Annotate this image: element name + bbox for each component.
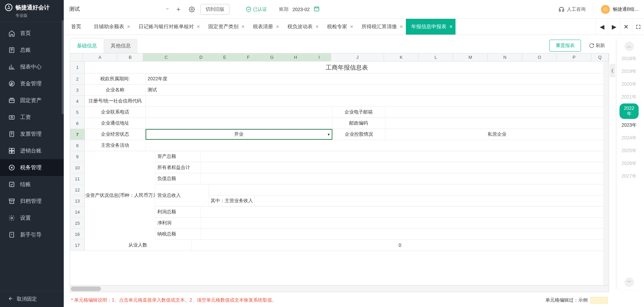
cell[interactable] bbox=[201, 229, 609, 239]
cell[interactable]: 企业名称 bbox=[85, 85, 146, 95]
close-icon[interactable]: ✕ bbox=[448, 24, 453, 30]
sidebar-item-setting[interactable]: 设置 bbox=[0, 210, 64, 226]
collapse-year-rail[interactable]: ❮ bbox=[610, 64, 615, 77]
cell[interactable] bbox=[209, 184, 609, 195]
column-header[interactable]: M bbox=[453, 53, 488, 61]
cell[interactable] bbox=[201, 207, 609, 217]
calendar-icon[interactable] bbox=[314, 6, 320, 13]
sidebar-item-tax[interactable]: 税务管理 bbox=[0, 159, 64, 176]
close-icon[interactable]: ✕ bbox=[349, 24, 354, 30]
column-header[interactable]: G bbox=[260, 53, 284, 61]
row-header[interactable]: 8 bbox=[70, 140, 85, 151]
year-item[interactable]: 2022年 bbox=[620, 103, 639, 119]
refresh-button[interactable]: 刷新 bbox=[585, 40, 609, 51]
tab[interactable]: 目辅助余额表✕ bbox=[89, 19, 133, 35]
sheet-title[interactable]: 工商年报信息表 bbox=[85, 61, 609, 73]
tab[interactable]: 固定资产类别✕ bbox=[203, 19, 248, 35]
user-menu[interactable]: 畅捷通B组... bbox=[601, 5, 639, 14]
sidebar-item-fund[interactable]: 资金管理 bbox=[0, 75, 64, 92]
column-header[interactable]: N bbox=[488, 53, 522, 61]
year-item[interactable]: 2019年 bbox=[617, 65, 641, 78]
tabs-prev-button[interactable]: ◀ bbox=[596, 19, 608, 35]
column-header[interactable]: O bbox=[522, 53, 557, 61]
cell[interactable] bbox=[201, 162, 609, 173]
cell[interactable]: 企业控股情况 bbox=[332, 129, 386, 140]
cell[interactable]: 私营企业 bbox=[385, 129, 609, 140]
sidebar-item-report[interactable]: 报表中心 bbox=[0, 58, 64, 75]
column-header[interactable]: Q bbox=[591, 53, 609, 61]
tab[interactable]: 年报信息申报表✕ bbox=[406, 19, 455, 35]
cell[interactable] bbox=[385, 118, 609, 129]
column-header[interactable]: D bbox=[190, 53, 213, 61]
sidebar-item-close[interactable]: 结账 bbox=[0, 176, 64, 193]
close-icon[interactable]: ✕ bbox=[399, 24, 404, 30]
year-item[interactable]: 2024年 bbox=[617, 132, 641, 144]
cell[interactable]: 企业通信地址 bbox=[85, 118, 146, 129]
cell[interactable] bbox=[201, 173, 609, 184]
cell[interactable]: 所有者权益合计 bbox=[155, 162, 201, 173]
cell[interactable]: 负债总额 bbox=[155, 173, 201, 184]
active-cell[interactable]: 开业▼ bbox=[146, 129, 332, 140]
reset-report-button[interactable]: 重置报表 bbox=[549, 40, 581, 52]
cell[interactable] bbox=[255, 195, 609, 206]
row-header[interactable]: 4 bbox=[70, 96, 85, 106]
cell[interactable] bbox=[146, 140, 609, 151]
cell[interactable]: 纳税总额 bbox=[155, 229, 201, 239]
column-header[interactable]: L bbox=[419, 53, 453, 61]
cell[interactable] bbox=[201, 218, 609, 228]
tab[interactable]: 税负波动表✕ bbox=[282, 19, 322, 35]
column-header[interactable]: I bbox=[308, 53, 331, 61]
tabs-next-button[interactable]: ▶ bbox=[608, 19, 620, 35]
sidebar-item-asset[interactable]: 固定资产 bbox=[0, 92, 64, 109]
support-button[interactable]: 人工咨询 bbox=[558, 6, 586, 13]
row-header[interactable]: 1 bbox=[70, 61, 85, 73]
tab[interactable]: 税表清册✕ bbox=[248, 19, 282, 35]
year-item[interactable]: 2027年 bbox=[617, 170, 641, 183]
cell[interactable]: 注册号/统一社会信用代码 bbox=[85, 96, 146, 106]
row-header[interactable]: 14 bbox=[70, 207, 85, 217]
cell[interactable]: 利润总额 bbox=[155, 207, 201, 217]
company-selector[interactable]: 测试 bbox=[69, 6, 170, 13]
column-header[interactable]: F bbox=[236, 53, 260, 61]
fullscreen-button[interactable] bbox=[632, 19, 644, 35]
unpin-button[interactable]: 取消固定 bbox=[0, 291, 64, 307]
column-header[interactable]: E bbox=[213, 53, 236, 61]
tab[interactable]: 税检专家✕ bbox=[322, 19, 356, 35]
column-header[interactable]: H bbox=[284, 53, 307, 61]
row-header[interactable]: 7 bbox=[70, 129, 85, 140]
tab[interactable]: 所得税汇算清缴✕ bbox=[356, 19, 406, 35]
sidebar-item-salary[interactable]: 工资 bbox=[0, 109, 64, 126]
row-header[interactable]: 10 bbox=[70, 162, 85, 173]
year-next-button[interactable]: ﹀ bbox=[625, 277, 634, 287]
cell[interactable]: 测试 bbox=[146, 85, 609, 95]
switch-old-version-button[interactable]: 切到旧版 bbox=[201, 4, 229, 15]
year-item[interactable]: 2025年 bbox=[617, 144, 641, 157]
sidebar-item-stock[interactable]: 进销台账 bbox=[0, 142, 64, 159]
column-header[interactable]: B bbox=[117, 53, 143, 61]
cell[interactable] bbox=[146, 96, 609, 106]
cell[interactable] bbox=[385, 107, 609, 118]
column-header[interactable]: A bbox=[83, 53, 117, 61]
row-header[interactable]: 3 bbox=[70, 85, 85, 95]
year-item[interactable]: 2020年 bbox=[617, 78, 641, 91]
sidebar-item-guide[interactable]: 新手引导 bbox=[0, 226, 64, 243]
close-icon[interactable]: ✕ bbox=[126, 24, 131, 30]
select-all-corner[interactable] bbox=[70, 53, 83, 61]
cell[interactable]: 企业电子邮箱 bbox=[332, 107, 386, 118]
row-header[interactable]: 15 bbox=[70, 218, 85, 228]
cell[interactable]: 邮政编码 bbox=[332, 118, 386, 129]
sidebar-item-archive[interactable]: 归档管理 bbox=[0, 193, 64, 210]
tab[interactable]: 日记账与银行对账单核对✕ bbox=[133, 19, 203, 35]
subtab-other[interactable]: 其他信息 bbox=[104, 39, 138, 53]
row-header[interactable]: 9 bbox=[70, 151, 85, 162]
cell[interactable]: 从业人数 bbox=[85, 240, 192, 251]
sidebar-item-home[interactable]: 首页 bbox=[0, 25, 64, 42]
tab-home[interactable]: 首页 bbox=[64, 19, 89, 35]
grid-horizontal-scrollbar[interactable] bbox=[70, 285, 609, 292]
sidebar-item-ledger[interactable]: 总账 bbox=[0, 42, 64, 58]
close-icon[interactable]: ✕ bbox=[275, 24, 280, 30]
cell[interactable]: 资产总额 bbox=[155, 151, 201, 162]
column-header[interactable]: K bbox=[384, 53, 419, 61]
settings-button[interactable] bbox=[187, 5, 197, 14]
row-header[interactable]: 12 bbox=[70, 184, 85, 195]
